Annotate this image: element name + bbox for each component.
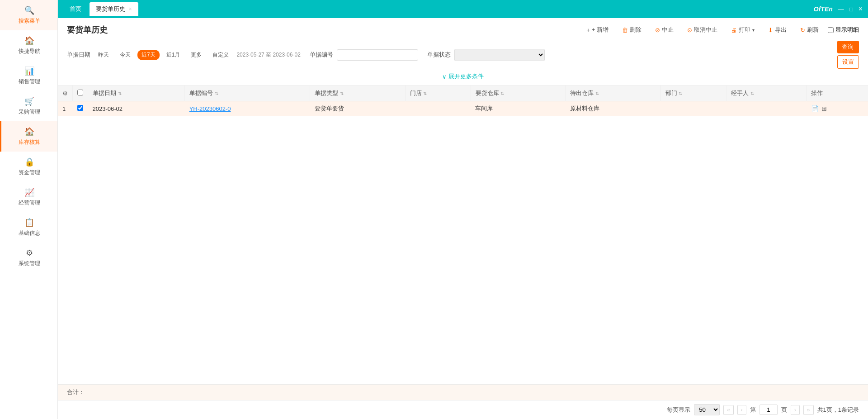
print-icon: 🖨 xyxy=(731,27,737,33)
status-filter-group: 单据状态 xyxy=(427,49,545,61)
display-detail-checkbox[interactable] xyxy=(828,27,834,33)
export-btn[interactable]: ⬇ 导出 xyxy=(764,24,791,36)
col-settings[interactable]: ⚙ xyxy=(58,86,73,101)
col-doc-no[interactable]: 单据编号 ⇅ xyxy=(185,86,310,101)
new-icon: + xyxy=(586,27,590,33)
total-info: 共1页，1条记录 xyxy=(817,406,859,414)
sort-store-icon: ⇅ xyxy=(423,91,427,96)
page-size-label: 每页显示 xyxy=(667,406,690,414)
status-label: 单据状态 xyxy=(427,51,451,59)
cell-checkbox[interactable] xyxy=(73,101,88,116)
new-btn[interactable]: + + 新增 xyxy=(582,24,613,36)
settings-btn[interactable]: 设置 xyxy=(837,55,859,69)
filter-row-1: 单据日期 昨天 今天 近7天 近1月 更多 自定义 2023-05-27 至 2… xyxy=(67,41,859,69)
sort-dept-icon: ⇅ xyxy=(679,91,682,96)
expand-row: ∨ 展开更多条件 xyxy=(67,72,859,81)
pagination-bar: 每页显示 50 20 100 « ‹ 第 页 › » 共1页，1条记录 xyxy=(58,400,868,419)
sidebar-item-system[interactable]: ⚙ 系统管理 xyxy=(0,243,57,273)
date-custom[interactable]: 自定义 xyxy=(208,50,233,60)
edit-action-icon[interactable]: 📄 xyxy=(811,105,819,112)
stop-icon: ⊘ xyxy=(655,27,660,33)
sidebar-item-inventory[interactable]: 🏠 库存核算 xyxy=(0,121,57,152)
docno-filter-group: 单据编号 xyxy=(310,49,418,61)
col-doc-date[interactable]: 单据日期 ⇅ xyxy=(88,86,185,101)
system-icon: ⚙ xyxy=(26,248,33,258)
col-req-warehouse[interactable]: 要货仓库 ⇅ xyxy=(471,86,566,101)
delete-btn[interactable]: 🗑 删除 xyxy=(618,24,646,36)
tab-close-icon[interactable]: × xyxy=(129,6,132,12)
minimize-btn[interactable]: — xyxy=(838,6,844,13)
date-shortcuts: 昨天 今天 近7天 近1月 更多 自定义 xyxy=(94,50,233,60)
date-more[interactable]: 更多 xyxy=(187,50,206,60)
col-doc-type[interactable]: 单据类型 ⇅ xyxy=(310,86,405,101)
query-btn[interactable]: 查询 xyxy=(837,41,859,53)
finance-icon: 🔒 xyxy=(24,157,34,167)
row-checkbox[interactable] xyxy=(77,105,83,111)
cell-doc-date: 2023-06-02 xyxy=(88,101,185,116)
sort-doc-no-icon: ⇅ xyxy=(215,91,218,96)
date-yesterday[interactable]: 昨天 xyxy=(94,50,113,60)
sort-doc-date-icon: ⇅ xyxy=(118,91,122,96)
table-row: 1 2023-06-02 YH-20230602-0 要货单要货 车间库 原材料… xyxy=(58,101,868,116)
col-handler[interactable]: 经手人 ⇅ xyxy=(726,86,806,101)
date-1month[interactable]: 近1月 xyxy=(162,50,184,60)
sidebar-item-sales[interactable]: 📊 销售管理 xyxy=(0,61,57,91)
sidebar-item-quicknav[interactable]: 🏠 快捷导航 xyxy=(0,30,57,61)
cancel-stop-icon: ⊙ xyxy=(687,27,692,33)
page-number-input[interactable] xyxy=(760,405,778,415)
brand-label: OfTEn xyxy=(814,5,833,13)
toolbar: + + 新增 🗑 删除 ⊘ 中止 ⊙ 取消中止 🖨 打印 xyxy=(582,24,859,36)
maximize-btn[interactable]: □ xyxy=(849,6,853,13)
col-department[interactable]: 部门 ⇅ xyxy=(660,86,726,101)
main-area: 首页 要货单历史 × OfTEn — □ × 要货单历史 + + 新增 🗑 删除 xyxy=(58,0,868,419)
stop-btn[interactable]: ⊘ 中止 xyxy=(651,24,678,36)
sidebar-item-purchase[interactable]: 🛒 采购管理 xyxy=(0,91,57,121)
select-all-checkbox[interactable] xyxy=(77,90,83,95)
cancel-stop-btn[interactable]: ⊙ 取消中止 xyxy=(683,24,722,36)
sidebar-item-basicinfo[interactable]: 📋 基础信息 xyxy=(0,212,57,243)
cell-index: 1 xyxy=(58,101,73,116)
cell-doc-no[interactable]: YH-20230602-0 xyxy=(185,101,310,116)
col-checkbox[interactable] xyxy=(73,86,88,101)
search-menu-icon: 🔍 xyxy=(24,5,34,15)
page-size-select[interactable]: 50 20 100 xyxy=(694,404,720,415)
status-select[interactable] xyxy=(454,49,545,61)
more-action-icon[interactable]: ⊞ xyxy=(821,105,827,112)
expand-chevron-icon: ∨ xyxy=(442,73,447,80)
display-detail-toggle[interactable]: 显示明细 xyxy=(828,26,859,34)
home-icon: 🏠 xyxy=(24,36,34,46)
tab-home[interactable]: 首页 xyxy=(63,2,88,16)
cell-store xyxy=(405,101,471,116)
date-7days[interactable]: 近7天 xyxy=(137,50,160,60)
col-store[interactable]: 门店 ⇅ xyxy=(405,86,471,101)
table-header-row: ⚙ 单据日期 ⇅ 单据编号 ⇅ 单据类型 ⇅ 门店 ⇅ 要货仓库 ⇅ 待出仓库 … xyxy=(58,86,868,101)
print-btn[interactable]: 🖨 打印 ▾ xyxy=(726,24,759,36)
tab-requisition-history[interactable]: 要货单历史 × xyxy=(90,2,138,16)
expand-more-btn[interactable]: ∨ 展开更多条件 xyxy=(442,72,484,81)
page-prefix: 第 xyxy=(750,406,756,414)
refresh-btn[interactable]: ↻ 刷新 xyxy=(796,24,823,36)
top-bar: 首页 要货单历史 × OfTEn — □ × xyxy=(58,0,868,18)
first-page-btn[interactable]: « xyxy=(723,405,734,415)
top-right-controls: OfTEn — □ × xyxy=(814,5,863,13)
date-today[interactable]: 今天 xyxy=(116,50,135,60)
sidebar-item-search[interactable]: 🔍 搜索菜单 xyxy=(0,0,57,30)
docno-input[interactable] xyxy=(337,49,418,61)
table-area: ⚙ 单据日期 ⇅ 单据编号 ⇅ 单据类型 ⇅ 门店 ⇅ 要货仓库 ⇅ 待出仓库 … xyxy=(58,86,868,384)
close-btn[interactable]: × xyxy=(859,5,863,13)
table-footer: 合计： xyxy=(58,384,868,400)
last-page-btn[interactable]: » xyxy=(803,405,814,415)
col-pending-warehouse[interactable]: 待出仓库 ⇅ xyxy=(566,86,660,101)
prev-page-btn[interactable]: ‹ xyxy=(737,405,746,415)
filter-area: 单据日期 昨天 今天 近7天 近1月 更多 自定义 2023-05-27 至 2… xyxy=(58,36,868,86)
sidebar-item-finance[interactable]: 🔒 资金管理 xyxy=(0,152,57,182)
basicinfo-icon: 📋 xyxy=(24,218,34,228)
next-page-btn[interactable]: › xyxy=(791,405,800,415)
sidebar-item-operations[interactable]: 📈 经营管理 xyxy=(0,182,57,212)
date-label: 单据日期 xyxy=(67,51,90,59)
docno-label: 单据编号 xyxy=(310,51,333,59)
print-chevron-icon: ▾ xyxy=(752,28,755,33)
purchase-icon: 🛒 xyxy=(24,96,34,106)
sort-handler-icon: ⇅ xyxy=(750,91,754,96)
operations-icon: 📈 xyxy=(24,187,34,197)
